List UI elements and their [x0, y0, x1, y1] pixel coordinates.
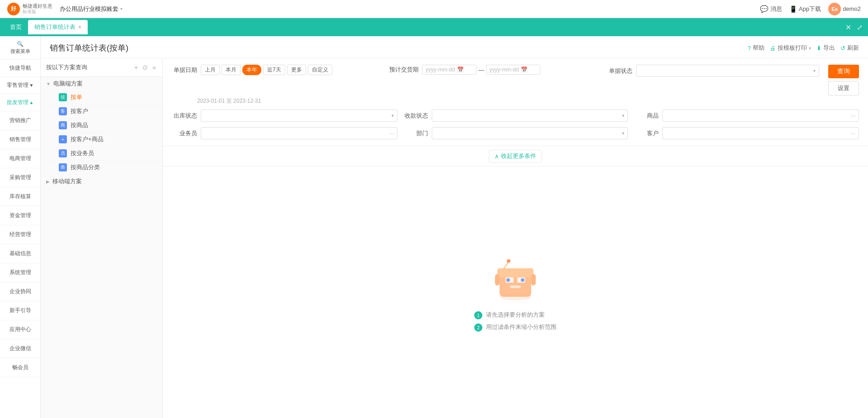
- date-more-btn[interactable]: 更多: [287, 65, 306, 75]
- svg-point-5: [506, 278, 510, 282]
- svg-rect-7: [510, 285, 521, 288]
- content-area: 销售订单统计表(按单) ? 帮助 🖨 按模板打印 ▾ ⬇ 导出 ↺ 刷新: [41, 36, 868, 418]
- sidebar-item-appcenter[interactable]: 应用中心: [0, 320, 40, 339]
- sidebar-item-marketing[interactable]: 营销推广: [0, 111, 40, 130]
- customer-label: 客户: [633, 129, 659, 138]
- query-button[interactable]: 查询: [828, 65, 859, 78]
- main-layout: 🔍 搜索菜单 快捷导航 零售管理 ▼ 批发管理 ▲ 营销推广 销售管理 电商管理…: [0, 36, 868, 418]
- logo-area: 好 畅捷通好生意 标准版: [7, 3, 52, 15]
- print-chevron-icon: ▾: [809, 46, 811, 51]
- filter-row-2: 出库状态 ▾ 收款状态: [172, 109, 859, 122]
- sidebar-item-operations[interactable]: 经营管理: [0, 225, 40, 244]
- message-button[interactable]: 💬 消息: [760, 5, 782, 13]
- nav-window-actions: ✕ ⤢: [844, 21, 864, 33]
- settings-button[interactable]: 设置: [828, 81, 859, 95]
- selector-chevron-icon: ▾: [120, 6, 123, 11]
- goods-more-icon[interactable]: ···: [851, 113, 855, 119]
- wholesale-arrow-icon: ▲: [29, 100, 34, 105]
- sidebar-item-member[interactable]: 畅会员: [0, 358, 40, 377]
- svg-point-6: [521, 278, 524, 282]
- salesperson-more-icon[interactable]: ···: [389, 130, 394, 137]
- avatar: Ea: [828, 3, 841, 15]
- app-download-button[interactable]: 📱 App下载: [789, 5, 821, 13]
- window-close-button[interactable]: ✕: [844, 21, 853, 33]
- receipt-status-label: 收款状态: [403, 112, 428, 120]
- sidebar-item-system[interactable]: 系统管理: [0, 263, 40, 282]
- customer-more-icon[interactable]: ···: [851, 130, 855, 137]
- scheme-settings-button[interactable]: ⊙: [142, 63, 149, 72]
- sidebar-item-basic[interactable]: 基础信息: [0, 244, 40, 263]
- scheme-item-by-product[interactable]: 商 按商品: [46, 119, 162, 133]
- doc-status-select[interactable]: [636, 65, 819, 77]
- svg-rect-9: [531, 274, 536, 285]
- sidebar-item-finance[interactable]: 资金管理: [0, 206, 40, 225]
- sidebar-item-quick-nav[interactable]: 快捷导航: [0, 60, 40, 77]
- date-this-month-btn[interactable]: 本月: [222, 65, 241, 75]
- top-bar: 好 畅捷通好生意 标准版 办公用品行业模拟账套 ▾ 💬 消息 📱 App下载 E…: [0, 0, 868, 18]
- sidebar-item-sales[interactable]: 销售管理: [0, 130, 40, 149]
- window-maximize-button[interactable]: ⤢: [855, 21, 864, 33]
- sidebar-item-enterprise[interactable]: 企业协同: [0, 282, 40, 301]
- salesperson-input-wrapper: ···: [201, 127, 397, 139]
- desktop-scheme-children: 按 按单 客 按客户 商 按商品: [41, 90, 162, 175]
- add-scheme-button[interactable]: +: [133, 63, 139, 72]
- date-custom-btn[interactable]: 自定义: [308, 65, 332, 75]
- scheme-item-by-customer-product[interactable]: + 按客户+商品: [46, 133, 162, 147]
- salesperson-input[interactable]: [201, 127, 397, 139]
- scheme-icon-by-product: 商: [59, 121, 67, 129]
- sidebar-item-onboarding[interactable]: 新手引导: [0, 301, 40, 320]
- empty-illustration: [488, 249, 542, 304]
- sidebar-item-ecommerce[interactable]: 电商管理: [0, 149, 40, 168]
- date-7days-btn[interactable]: 近7天: [263, 65, 285, 75]
- scheme-item-by-category[interactable]: 类 按商品分类: [46, 161, 162, 175]
- department-select[interactable]: [432, 127, 628, 139]
- sidebar-item-inventory[interactable]: 库存核算: [0, 187, 40, 206]
- mobile-group-arrow-icon: ▶: [46, 179, 50, 184]
- receipt-status-select[interactable]: [432, 109, 628, 122]
- collapse-icon: ∧: [495, 153, 499, 160]
- expected-date-label: 预计交货期: [389, 66, 419, 74]
- scheme-item-by-customer[interactable]: 客 按客户: [46, 104, 162, 119]
- tab-close-icon[interactable]: ×: [78, 24, 81, 30]
- sidebar-search[interactable]: 🔍 搜索菜单: [0, 36, 40, 60]
- doc-status-label: 单据状态: [607, 67, 632, 75]
- expected-date-end-input[interactable]: yyyy-mm-dd 📅: [486, 65, 540, 75]
- filter-panel: 单据日期 上月 本月 本年 近7天 更多 自定义 预计交货期: [163, 58, 868, 146]
- template-print-button[interactable]: 🖨 按模板打印 ▾: [770, 44, 811, 52]
- sidebar-item-wechat[interactable]: 企业微信: [0, 339, 40, 358]
- mobile-scheme-group[interactable]: ▶ 移动端方案: [41, 175, 162, 188]
- goods-input[interactable]: [662, 109, 859, 122]
- sidebar-item-retail[interactable]: 零售管理 ▼: [0, 77, 40, 94]
- refresh-button[interactable]: ↺ 刷新: [840, 44, 859, 52]
- export-button[interactable]: ⬇ 导出: [816, 44, 835, 52]
- left-panel: 按以下方案查询 + ⊙ « ▼ 电脑端方案 按: [41, 58, 163, 418]
- scheme-icon-by-customer-product: +: [59, 135, 67, 143]
- doc-status-select-wrapper: ▾: [636, 65, 819, 77]
- empty-hint-2: 2 用过滤条件来缩小分析范围: [474, 323, 557, 332]
- nav-tabs: 首页 销售订单统计表 × ✕ ⤢: [0, 18, 868, 36]
- date-this-year-btn[interactable]: 本年: [242, 65, 261, 75]
- sidebar-item-wholesale[interactable]: 批发管理 ▲: [0, 94, 40, 111]
- sidebar-item-purchase[interactable]: 采购管理: [0, 168, 40, 187]
- expected-date-start-input[interactable]: yyyy-mm-dd 📅: [422, 65, 476, 75]
- department-label: 部门: [403, 129, 428, 138]
- left-panel-header: 按以下方案查询 + ⊙ «: [41, 58, 162, 77]
- user-profile[interactable]: Ea demo2: [828, 3, 861, 15]
- collapse-button[interactable]: ∧ 收起更多条件: [489, 150, 542, 162]
- tab-home[interactable]: 首页: [4, 20, 28, 34]
- tab-sales-order-stats[interactable]: 销售订单统计表 ×: [28, 20, 88, 34]
- app-selector[interactable]: 办公用品行业模拟账套 ▾: [56, 5, 126, 13]
- download-icon: 📱: [789, 5, 797, 13]
- date-prev-month-btn[interactable]: 上月: [201, 65, 220, 75]
- customer-input[interactable]: [662, 127, 859, 139]
- search-icon: 🔍: [17, 41, 24, 47]
- desktop-scheme-group[interactable]: ▼ 电脑端方案: [41, 77, 162, 90]
- scheme-icon-by-salesperson: 员: [59, 149, 67, 157]
- scheme-icon-by-customer: 客: [59, 107, 67, 115]
- scheme-item-by-salesperson[interactable]: 员 按业务员: [46, 147, 162, 161]
- export-icon: ⬇: [816, 45, 821, 52]
- panel-collapse-button[interactable]: «: [151, 63, 157, 72]
- help-button[interactable]: ? 帮助: [748, 44, 764, 52]
- shipment-status-select[interactable]: [201, 109, 397, 122]
- scheme-item-by-order[interactable]: 按 按单: [46, 90, 162, 104]
